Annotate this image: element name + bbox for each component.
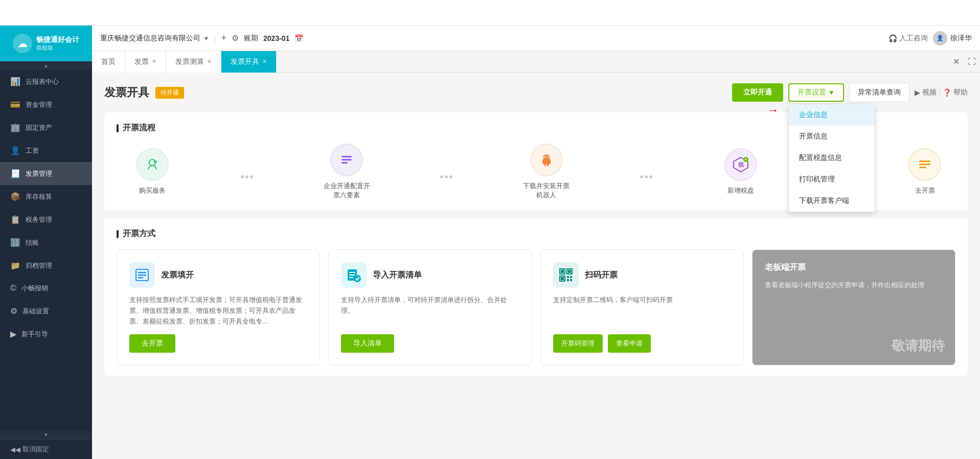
user-info[interactable]: 👤 徐泽华 [933,31,972,45]
dropdown-item-xiazai[interactable]: 下载开票客户端 [789,190,875,212]
tab-kaiju-close[interactable]: ✕ [262,58,267,65]
tab-home[interactable]: 首页 [92,51,125,73]
svg-rect-32 [568,270,571,273]
svg-rect-33 [561,277,564,280]
logo-area: ☁ 畅捷通好会计 旗舰版 [0,26,92,61]
add-tab-button[interactable]: + [221,33,227,43]
svg-rect-26 [349,277,353,278]
step3-label: 下载并安装开票机器人 [521,181,572,200]
boss-method-title: 老板端开票 [765,262,806,273]
svg-rect-25 [349,274,355,276]
sidebar-item-shuiwu[interactable]: 📋 税务管理 [0,208,92,231]
view-apply-button[interactable]: 查看申请 [608,334,651,353]
logo-icon: ☁ [13,34,32,53]
dropdown-item-kaipiao[interactable]: 开票信息 [789,126,875,147]
qrcode-manage-button[interactable]: 开票码管理 [553,334,603,353]
svg-rect-34 [567,276,569,278]
step1-label: 购买服务 [139,186,166,195]
company-name: 重庆畅捷交通信息咨询有限公司 [100,34,200,43]
scan-method-title: 扫码开票 [585,270,618,281]
tab-fapiaokaiju[interactable]: 发票开具 ✕ [221,51,277,73]
sidebar-item-label: 归档管理 [26,261,52,270]
xinshou-icon: ▶ [10,329,16,339]
fill-method-desc: 支持按照发票样式手工填开发票；可开具增值税电子普通发票、增值税普通发票、增值税专… [129,295,307,327]
settings-gear-button[interactable]: ⚙ [232,33,239,43]
svg-rect-17 [919,164,930,165]
flow-step-5: 去开票 [904,148,945,195]
sidebar-item-jiezhang[interactable]: 🔢 结账 [0,231,92,254]
dropdown-item-peizhi[interactable]: 配置税盘信息 [789,147,875,169]
svg-rect-4 [341,159,352,160]
dropdown-item-qiye[interactable]: 企业信息 [789,104,875,126]
goto-invoice-button[interactable]: 去开票 [129,334,175,353]
sidebar-scroll-up[interactable]: ▲ [0,61,92,70]
avatar: 👤 [933,31,947,45]
svg-rect-3 [341,156,352,157]
svg-rect-24 [349,272,355,273]
sidebar-scroll-down[interactable]: ▼ [0,430,92,439]
svg-rect-10 [544,164,546,166]
sidebar-cancel-fixed[interactable]: ◀◀ 取消固定 [0,439,92,459]
zijin-icon: 💳 [10,100,20,109]
fill-method-icon [129,262,155,288]
tab-cesuan-close[interactable]: ✕ [207,58,212,65]
sidebar-item-label: 结账 [26,238,39,247]
company-selector[interactable]: 重庆畅捷交通信息咨询有限公司 ▼ [100,34,209,43]
tab-expand-button[interactable]: ⛶ [964,57,980,66]
import-method-icon [341,262,367,288]
svg-text:+: + [744,156,747,162]
page-title: 发票开具 [104,85,149,100]
sidebar: ☁ 畅捷通好会计 旗舰版 ▲ 📊 云报表中心 💳 资金管理 🏢 固定资产 � [0,26,92,459]
logo-sub: 旗舰版 [36,44,79,52]
tab-close-button[interactable]: ✕ [949,57,964,66]
yunbao-icon: 📊 [10,77,20,86]
company-chevron-icon: ▼ [203,35,209,41]
sidebar-item-label: 发票管理 [26,169,52,178]
sidebar-item-label: 库存核算 [26,192,52,201]
sidebar-item-yunbao[interactable]: 📊 云报表中心 [0,70,92,93]
sidebar-item-xinshouyindao[interactable]: ▶ 新手引导 [0,323,92,346]
sidebar-item-xiaochang[interactable]: © 小畅报销 [0,277,92,300]
page-content: 发票开具 待开通 立即开通 开票设置 ▼ 企业信息 [92,73,980,459]
jiezhang-icon: 🔢 [10,238,20,247]
red-arrow-indicator: → [768,104,779,117]
tab-fapiao-label: 发票 [134,57,149,66]
svg-point-7 [544,156,545,158]
svg-rect-20 [138,272,146,273]
flow-step-2: 企业开通配置开票六要素 [316,144,377,200]
step4-label: 新增税盘 [727,186,754,195]
method-card-fill: 发票填开 支持按照发票样式手工填开发票；可开具增值税电子普通发票、增值税普通发票… [117,249,320,365]
sidebar-item-zijin[interactable]: 💳 资金管理 [0,93,92,116]
consult-btn[interactable]: 🎧 人工咨询 [888,34,928,43]
import-list-button[interactable]: 导入清单 [341,334,394,353]
calendar-icon[interactable]: 📅 [294,34,303,42]
pin-icon: ◀◀ [10,446,20,453]
video-play-icon: ▶ [915,88,920,97]
abnormal-button[interactable]: 异常清单查询 [849,83,909,102]
sidebar-item-jichushezhi[interactable]: ⚙ 基础设置 [0,300,92,323]
sidebar-item-guidang[interactable]: 📁 归档管理 [0,254,92,277]
dropdown-item-dayin[interactable]: 打印机管理 [789,169,875,190]
sidebar-item-fapiao[interactable]: 🧾 发票管理 [0,162,92,185]
svg-rect-31 [561,270,564,273]
tab-cesuan-label: 发票测算 [175,57,204,66]
period-value: 2023-01 [263,34,289,42]
guding-icon: 🏢 [10,123,20,132]
video-button[interactable]: 视频 [922,88,937,97]
svg-rect-16 [919,160,930,162]
sidebar-item-label: 资金管理 [26,100,52,109]
tab-fapiaocesuan[interactable]: 发票测算 ✕ [166,51,221,73]
tab-fapiao[interactable]: 发票 ✕ [125,51,166,73]
flow-step-4: 税 + 新增税盘 [715,148,766,195]
svg-rect-21 [138,274,146,276]
shuiwu-icon: 📋 [10,215,20,224]
sidebar-item-kucun[interactable]: 📦 库存核算 [0,185,92,208]
method-card-import: 导入开票清单 支持导入待开票清单，可对待开票清单进行拆分、合并处理。 导入清单 [328,249,532,365]
help-button[interactable]: 帮助 [953,88,968,97]
sidebar-item-gongzi[interactable]: 👤 工资 [0,139,92,162]
settings-button[interactable]: 开票设置 ▼ [788,83,845,102]
activate-button[interactable]: 立即开通 [732,83,783,102]
sidebar-item-guding[interactable]: 🏢 固定资产 [0,116,92,139]
svg-rect-11 [547,164,549,166]
tab-fapiao-close[interactable]: ✕ [152,58,156,65]
